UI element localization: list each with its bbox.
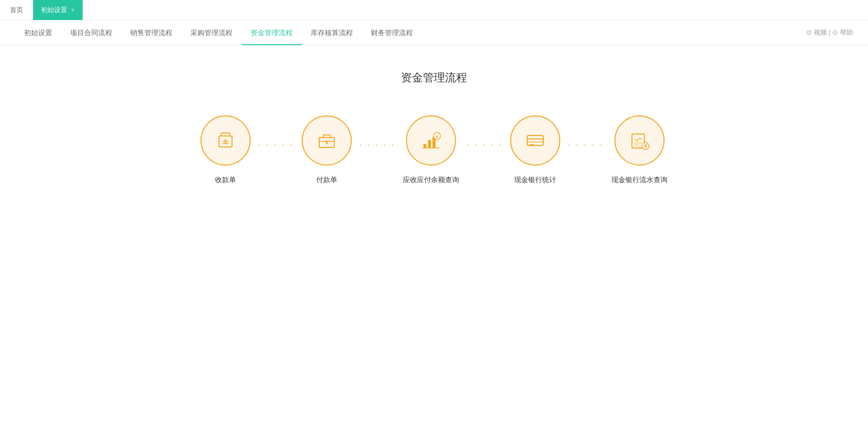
active-tab-label: 初始设置 <box>41 6 67 15</box>
connector-3: · · · · · <box>467 115 503 150</box>
svg-text:¥: ¥ <box>644 143 647 149</box>
flow-circle-payment: ¥ <box>302 115 352 166</box>
page-title: 资金管理流程 <box>0 45 868 115</box>
tab-init[interactable]: 初始设置 <box>15 20 61 45</box>
flow-circle-balance: ¥ <box>406 115 456 166</box>
flow-label-payment: 付款单 <box>316 176 337 185</box>
statement-icon: ¥ <box>627 128 652 153</box>
tab-project[interactable]: 项目合同流程 <box>61 20 121 45</box>
flow-label-balance: 应收应付余额查询 <box>403 176 459 185</box>
tab-inventory[interactable]: 库存核算流程 <box>302 20 362 45</box>
flow-label-cashbank: 现金银行统计 <box>514 176 556 185</box>
close-icon[interactable]: × <box>71 7 75 14</box>
nav-tabs: 初始设置 项目合同流程 销售管理流程 采购管理流程 资金管理流程 库存核算流程 … <box>0 20 868 45</box>
flow-item-statement[interactable]: ¥ 现金银行流水查询 <box>611 115 668 185</box>
top-bar: 首页 初始设置 × <box>0 0 868 20</box>
video-link[interactable]: 视频 <box>814 28 827 37</box>
svg-text:¥: ¥ <box>436 134 439 139</box>
cashbank-icon <box>523 128 548 153</box>
flow-item-receipt[interactable]: ¥ 收款单 <box>200 115 251 185</box>
flow-circle-cashbank <box>510 115 560 166</box>
receipt-icon: ¥ <box>213 128 238 153</box>
home-link[interactable]: 首页 <box>0 0 33 20</box>
connector-1: · · · · · <box>258 115 294 150</box>
flow-section: ¥ 收款单 · · · · · ¥ 付款单 · · · · · <box>0 115 868 185</box>
help-link[interactable]: 帮助 <box>840 28 853 37</box>
main-content: 初始设置 项目合同流程 销售管理流程 采购管理流程 资金管理流程 库存核算流程 … <box>0 20 868 444</box>
svg-text:¥: ¥ <box>325 139 329 145</box>
tab-purchase[interactable]: 采购管理流程 <box>181 20 242 45</box>
payment-icon: ¥ <box>314 128 339 153</box>
tab-finance[interactable]: 财务管理流程 <box>362 20 422 45</box>
divider: | <box>829 29 830 36</box>
svg-rect-9 <box>527 135 543 145</box>
flow-label-receipt: 收款单 <box>215 176 236 185</box>
tab-sales[interactable]: 销售管理流程 <box>121 20 181 45</box>
flow-circle-receipt: ¥ <box>200 115 251 166</box>
connector-2: · · · · · <box>359 115 395 150</box>
flow-item-cashbank[interactable]: 现金银行统计 <box>510 115 560 185</box>
flow-item-balance[interactable]: ¥ 应收应付余额查询 <box>403 115 459 185</box>
svg-rect-5 <box>428 140 431 148</box>
svg-rect-4 <box>423 144 426 148</box>
tab-fund[interactable]: 资金管理流程 <box>242 20 302 45</box>
nav-tabs-right: ⊙ 视频 | ⊙ 帮助 <box>806 28 853 37</box>
flow-label-statement: 现金银行流水查询 <box>611 176 668 185</box>
active-tab[interactable]: 初始设置 × <box>33 0 83 20</box>
flow-item-payment[interactable]: ¥ 付款单 <box>302 115 352 185</box>
balance-icon: ¥ <box>418 128 444 153</box>
flow-circle-statement: ¥ <box>614 115 665 166</box>
circle-icon2: ⊙ <box>832 29 838 36</box>
connector-4: · · · · · <box>568 115 604 150</box>
circle-icon: ⊙ <box>806 29 812 36</box>
